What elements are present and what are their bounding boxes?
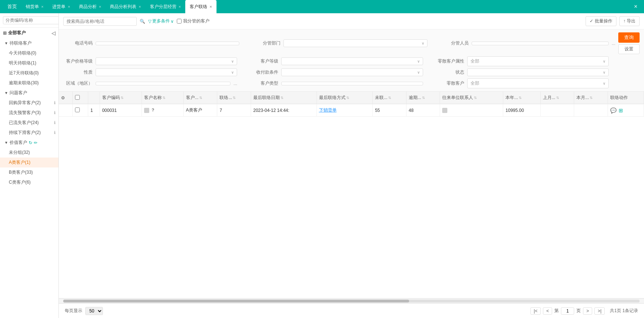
status-select[interactable]: ∨ <box>467 68 609 76</box>
all-customers-header[interactable]: ⊞ 全部客户 ◁ <box>0 28 58 38</box>
info-icon-1: ℹ <box>54 100 56 105</box>
export-icon: ↑ <box>623 18 626 24</box>
td-last-method[interactable]: 下销货单 <box>316 104 373 117</box>
qr-action-button[interactable]: ⊞ <box>619 107 623 113</box>
close-salesorder-tab[interactable]: × <box>41 4 43 9</box>
sidebar-item-declining[interactable]: 持续下滑客户(2) ℹ <box>0 128 58 138</box>
category-search-input[interactable] <box>3 16 59 24</box>
sidebar-item-overdue-contact[interactable]: 逾期未联络(30) <box>0 78 58 88</box>
region-more-icon[interactable]: ... <box>233 81 237 86</box>
more-options-icon[interactable]: ... <box>612 41 615 46</box>
my-customers-checkbox[interactable] <box>177 19 182 24</box>
th-company-contact[interactable]: 往来单位联系人⇅ <box>440 92 503 104</box>
customer-type-input[interactable] <box>281 82 423 85</box>
person-input[interactable] <box>472 42 609 45</box>
payment-select[interactable]: ∨ <box>281 68 423 76</box>
filter-row-3: 性质 ∨ 收付款条件 ∨ 状态 <box>63 68 640 76</box>
th-this-month[interactable]: 本月...⇅ <box>574 92 608 104</box>
th-checkbox[interactable] <box>73 92 88 104</box>
customer-table: ⚙ 客户编码⇅ 客户名称⇅ 客户...⇅ <box>59 92 644 117</box>
search-input[interactable] <box>63 17 137 26</box>
info-icon-2: ℹ <box>54 110 56 115</box>
horizontal-scrollbar[interactable] <box>59 298 644 303</box>
th-last-method[interactable]: 最后联络方式⇅ <box>316 92 373 104</box>
sort-icon8: ⇅ <box>422 96 425 100</box>
nav-home[interactable]: 首页 <box>3 0 21 13</box>
phone-label: 电话号码 <box>63 40 93 46</box>
next-page-button[interactable]: > <box>583 307 592 315</box>
th-overdue[interactable]: 逾期...⇅ <box>406 92 440 104</box>
th-last-month[interactable]: 上月...⇅ <box>540 92 574 104</box>
export-button[interactable]: ↑ 导出 <box>619 16 640 26</box>
nav-tab-customer-contact[interactable]: 客户联络 × <box>185 0 216 13</box>
close-customer-segment-tab[interactable]: × <box>179 4 181 9</box>
sidebar-item-churned[interactable]: 已流失客户(24) ℹ <box>0 118 58 128</box>
nav-tab-customer-segment[interactable]: 客户分层经营 × <box>146 0 185 13</box>
table-header-row: ⚙ 客户编码⇅ 客户名称⇅ 客户...⇅ <box>59 92 644 104</box>
sidebar-item-ungrouped[interactable]: 未分组(32) <box>0 148 58 158</box>
select-all-checkbox[interactable] <box>75 95 80 100</box>
th-this-year[interactable]: 本年...⇅ <box>503 92 540 104</box>
search-icon[interactable]: 🔍 <box>140 19 145 24</box>
edit-value-group[interactable]: ✏ <box>34 140 37 145</box>
nature-select[interactable]: ∨ <box>96 68 237 76</box>
chat-action-button[interactable]: 💬 <box>610 107 616 113</box>
customer-level-select[interactable]: ∨ <box>281 57 423 65</box>
my-customers-checkbox-label[interactable]: 我分管的客户 <box>177 18 210 24</box>
close-customer-contact-tab[interactable]: × <box>210 4 212 9</box>
nav-tab-salesorder[interactable]: 销货单 × <box>21 0 48 13</box>
th-name[interactable]: 客户名称⇅ <box>142 92 183 104</box>
region-input[interactable] <box>96 82 230 85</box>
sort-icon10: ⇅ <box>519 96 522 100</box>
retail-attr-select[interactable]: 全部 ∨ <box>467 56 609 66</box>
sidebar-item-b-class[interactable]: B类客户(33) <box>0 167 58 177</box>
row-checkbox[interactable] <box>75 107 80 112</box>
sidebar-item-repurchase-abnormal[interactable]: 回购异常客户(2) ℹ <box>0 98 58 108</box>
dept-select[interactable]: ∨ <box>283 39 427 47</box>
th-settings[interactable]: ⚙ <box>59 92 73 104</box>
table-area: ⚙ 客户编码⇅ 客户名称⇅ 客户...⇅ <box>59 92 644 298</box>
close-product-analysis-list-tab[interactable]: × <box>139 4 141 9</box>
scrollbar-thumb[interactable] <box>63 300 409 303</box>
sidebar-group-pending[interactable]: ▼ 待联络客户 <box>0 38 58 48</box>
th-contact[interactable]: 联络...⇅ <box>217 92 251 104</box>
first-page-button[interactable]: |< <box>530 307 541 315</box>
close-all-button[interactable]: × <box>630 3 641 10</box>
settings-button[interactable]: 设置 <box>618 44 640 54</box>
th-last-date[interactable]: 最后联络日期⇅ <box>251 92 317 104</box>
page-number-input[interactable] <box>561 307 574 315</box>
td-overdue: 48 <box>406 104 440 117</box>
close-purchaseorder-tab[interactable]: × <box>68 4 70 9</box>
close-product-analysis-tab[interactable]: × <box>99 4 101 9</box>
sidebar-item-today-contact[interactable]: 今天待联络(0) <box>0 48 58 58</box>
sidebar-collapse-button[interactable]: ◁ <box>51 30 56 36</box>
action-buttons: 💬 ⊞ <box>610 107 641 113</box>
th-no-contact[interactable]: 未联...⇅ <box>373 92 407 104</box>
sidebar-item-7day-contact[interactable]: 近7天待联络(0) <box>0 68 58 78</box>
sidebar-item-tomorrow-contact[interactable]: 明天待联络(1) <box>0 58 58 68</box>
price-level-select[interactable]: ∨ <box>96 57 237 65</box>
prev-page-button[interactable]: < <box>543 307 552 315</box>
sidebar-group-value[interactable]: ▼ 价值客户 ↻ ✏ <box>0 138 58 148</box>
last-page-button[interactable]: >| <box>594 307 605 315</box>
query-button[interactable]: 查询 <box>618 32 640 43</box>
filter-icon: ▽ <box>148 19 151 24</box>
phone-input[interactable] <box>96 42 239 45</box>
settings-icon[interactable]: ⚙ <box>61 95 65 100</box>
page-size-select[interactable]: 50 <box>85 307 103 315</box>
nav-tab-purchaseorder[interactable]: 进货单 × <box>48 0 74 13</box>
nav-tab-product-analysis-list[interactable]: 商品分析列表 × <box>105 0 145 13</box>
sidebar-item-churn-warning[interactable]: 流失预警客户(3) ℹ <box>0 108 58 118</box>
refresh-value-group[interactable]: ↻ <box>29 140 32 145</box>
td-checkbox[interactable] <box>73 104 88 117</box>
batch-operation-button[interactable]: ✓ 批量操作 <box>586 16 616 26</box>
th-type[interactable]: 客户...⇅ <box>183 92 217 104</box>
th-code[interactable]: 客户编码⇅ <box>100 92 142 104</box>
retail-customer-select[interactable]: 全部 ∨ <box>467 78 609 88</box>
sidebar-item-c-class[interactable]: C类客户(6) <box>0 177 58 187</box>
chevron-down-icon: ∨ <box>231 70 234 74</box>
sidebar-group-problem[interactable]: ▼ 问题客户 <box>0 88 58 98</box>
more-conditions-button[interactable]: ▽ 更多条件 ∨ <box>148 18 174 24</box>
nav-tab-product-analysis[interactable]: 商品分析 × <box>75 0 105 13</box>
sidebar-item-a-class[interactable]: A类客户(1) <box>0 158 58 167</box>
